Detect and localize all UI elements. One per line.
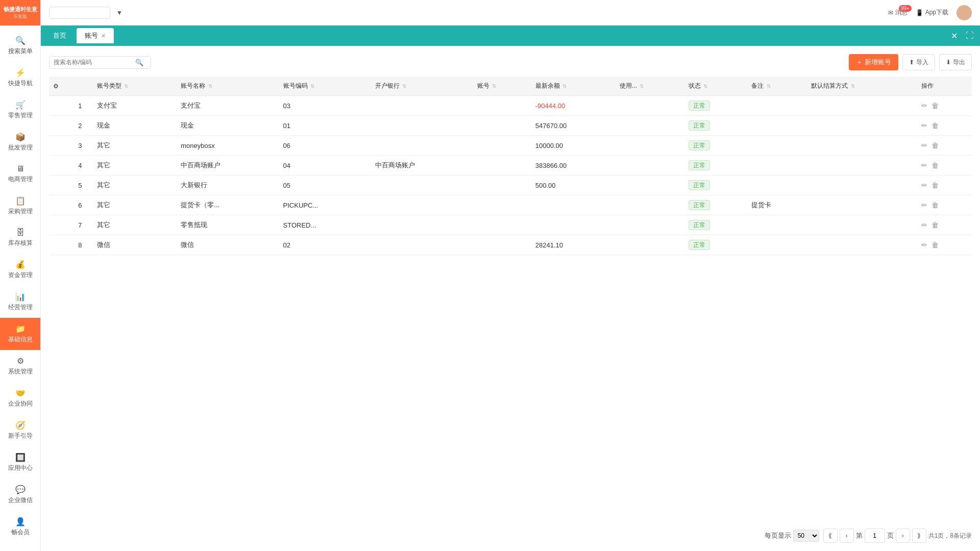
- edit-icon[interactable]: ✏: [921, 121, 927, 130]
- next-page-button[interactable]: ›: [896, 529, 910, 543]
- prev-page-button[interactable]: ‹: [840, 529, 854, 543]
- col-bank[interactable]: 开户银行 ⇅: [371, 77, 473, 96]
- export-button[interactable]: ⬇ 导出: [939, 54, 972, 70]
- tab-fullscreen-button[interactable]: ⛶: [964, 31, 976, 41]
- inventory-icon: 🗄: [16, 228, 24, 237]
- col-remark[interactable]: 备注 ⇅: [747, 77, 807, 96]
- edit-icon[interactable]: ✏: [921, 201, 927, 209]
- sidebar-item-search[interactable]: 🔍 搜索菜单: [0, 30, 40, 62]
- delete-icon[interactable]: 🗑: [932, 102, 939, 110]
- page-number-input[interactable]: [865, 529, 885, 543]
- sidebar-item-system[interactable]: ⚙ 系统管理: [0, 350, 40, 382]
- row-settlement: [807, 215, 917, 235]
- edit-icon[interactable]: ✏: [921, 181, 927, 189]
- import-icon: ⬆: [909, 59, 914, 66]
- row-balance: 383866.00: [531, 156, 616, 176]
- row-type: 其它: [93, 156, 177, 176]
- sidebar-item-appcenter[interactable]: 🔲 应用中心: [0, 446, 40, 479]
- sidebar-item-operation[interactable]: 📊 经营管理: [0, 286, 40, 318]
- avatar[interactable]: [957, 5, 972, 20]
- add-account-button[interactable]: ＋ 新增账号: [849, 54, 898, 70]
- row-bank: [371, 235, 473, 255]
- accounts-table: ⚙ 账号类型 ⇅ 账号名称 ⇅ 账号编码 ⇅ 开户银行 ⇅ 账号 ⇅ 最新余额 …: [49, 77, 972, 255]
- row-actions: ✏ 🗑: [917, 176, 972, 195]
- message-button[interactable]: ✉ 消息 99+: [888, 8, 908, 17]
- row-actions: ✏ 🗑: [917, 156, 972, 176]
- row-settings: [49, 116, 67, 136]
- edit-icon[interactable]: ✏: [921, 161, 927, 169]
- edit-icon[interactable]: ✏: [921, 221, 927, 229]
- row-usage: [616, 136, 684, 156]
- sidebar-item-inventory[interactable]: 🗄 库存核算: [0, 222, 40, 254]
- delete-icon[interactable]: 🗑: [932, 221, 939, 229]
- row-type: 现金: [93, 116, 177, 136]
- delete-icon[interactable]: 🗑: [932, 181, 939, 189]
- table-row: 1 支付宝 支付宝 03 -90444.00 正常 ✏ 🗑: [49, 96, 972, 116]
- search-icon[interactable]: 🔍: [135, 59, 143, 66]
- tab-close-icon[interactable]: ✕: [101, 33, 106, 39]
- last-page-button[interactable]: ⟫: [912, 529, 926, 543]
- sidebar-item-guide[interactable]: 🧭 新手引导: [0, 414, 40, 446]
- sort-icon: ⇅: [640, 83, 644, 89]
- sidebar-item-purchase[interactable]: 📋 采购管理: [0, 190, 40, 222]
- sidebar-item-ecommerce[interactable]: 🖥 电商管理: [0, 158, 40, 190]
- topbar-search-input[interactable]: [49, 7, 110, 19]
- page-size-select[interactable]: 50 100 200: [793, 530, 819, 542]
- sidebar-item-finance[interactable]: 💰 资金管理: [0, 254, 40, 286]
- sidebar-nav: 🔍 搜索菜单 ⚡ 快捷导航 🛒 零售管理 📦 批发管理 🖥 电商管理 📋 采购管…: [0, 26, 40, 551]
- row-settings: [49, 156, 67, 176]
- row-status: 正常: [684, 156, 748, 176]
- col-balance[interactable]: 最新余额 ⇅: [531, 77, 616, 96]
- delete-icon[interactable]: 🗑: [932, 201, 939, 209]
- col-status[interactable]: 状态 ⇅: [684, 77, 748, 96]
- row-balance: 547670.00: [531, 116, 616, 136]
- sidebar-item-member[interactable]: 👤 畅会员: [0, 511, 40, 543]
- row-status: 正常: [684, 235, 748, 255]
- search-input[interactable]: [54, 59, 135, 66]
- col-usage[interactable]: 使用... ⇅: [616, 77, 684, 96]
- topbar-dropdown[interactable]: ▼: [116, 9, 122, 16]
- first-page-button[interactable]: ⟪: [823, 529, 838, 543]
- row-account: [473, 195, 531, 215]
- sidebar-item-retail[interactable]: 🛒 零售管理: [0, 94, 40, 126]
- row-account: [473, 96, 531, 116]
- operation-icon: 📊: [15, 292, 26, 302]
- sidebar-item-wholesale[interactable]: 📦 批发管理: [0, 126, 40, 158]
- edit-icon[interactable]: ✏: [921, 241, 927, 249]
- delete-icon[interactable]: 🗑: [932, 241, 939, 249]
- col-name[interactable]: 账号名称 ⇅: [177, 77, 279, 96]
- col-settlement[interactable]: 默认结算方式 ⇅: [807, 77, 917, 96]
- row-name: 零售抵现: [177, 215, 279, 235]
- col-code[interactable]: 账号编码 ⇅: [279, 77, 371, 96]
- sidebar-item-label: 基础信息: [8, 335, 33, 344]
- sidebar: 畅捷通时生意 乐意版 🔍 搜索菜单 ⚡ 快捷导航 🛒 零售管理 📦 批发管理 🖥…: [0, 0, 41, 551]
- sidebar-item-wechat[interactable]: 💬 企业微信: [0, 479, 40, 511]
- row-account: [473, 176, 531, 195]
- app-download-button[interactable]: 📱 App下载: [916, 8, 948, 17]
- delete-icon[interactable]: 🗑: [932, 161, 939, 169]
- sidebar-item-quicknav[interactable]: ⚡ 快捷导航: [0, 62, 40, 94]
- sidebar-item-agreement[interactable]: 🤝 企业协同: [0, 382, 40, 414]
- delete-icon[interactable]: 🗑: [932, 141, 939, 149]
- table-header-row: ⚙ 账号类型 ⇅ 账号名称 ⇅ 账号编码 ⇅ 开户银行 ⇅ 账号 ⇅ 最新余额 …: [49, 77, 972, 96]
- col-account[interactable]: 账号 ⇅: [473, 77, 531, 96]
- message-badge: 99+: [899, 5, 912, 12]
- col-settings[interactable]: ⚙: [49, 77, 67, 96]
- row-usage: [616, 176, 684, 195]
- topbar-left: ▼: [49, 7, 122, 19]
- sidebar-item-basic[interactable]: 📁 基础信息: [0, 318, 40, 350]
- topbar: ▼ ✉ 消息 99+ 📱 App下载: [41, 0, 980, 26]
- edit-icon[interactable]: ✏: [921, 141, 927, 149]
- app-sub: 乐意版: [13, 13, 27, 20]
- tab-home[interactable]: 首页: [45, 28, 75, 43]
- search-box[interactable]: 🔍: [49, 56, 151, 69]
- row-code: 03: [279, 96, 371, 116]
- edit-icon[interactable]: ✏: [921, 102, 927, 110]
- col-type[interactable]: 账号类型 ⇅: [93, 77, 177, 96]
- tab-close-all-button[interactable]: ✕: [949, 31, 960, 41]
- row-settings: [49, 176, 67, 195]
- delete-icon[interactable]: 🗑: [932, 121, 939, 130]
- import-button[interactable]: ⬆ 导入: [902, 54, 935, 70]
- row-settlement: [807, 176, 917, 195]
- tab-accounts[interactable]: 账号 ✕: [77, 28, 114, 43]
